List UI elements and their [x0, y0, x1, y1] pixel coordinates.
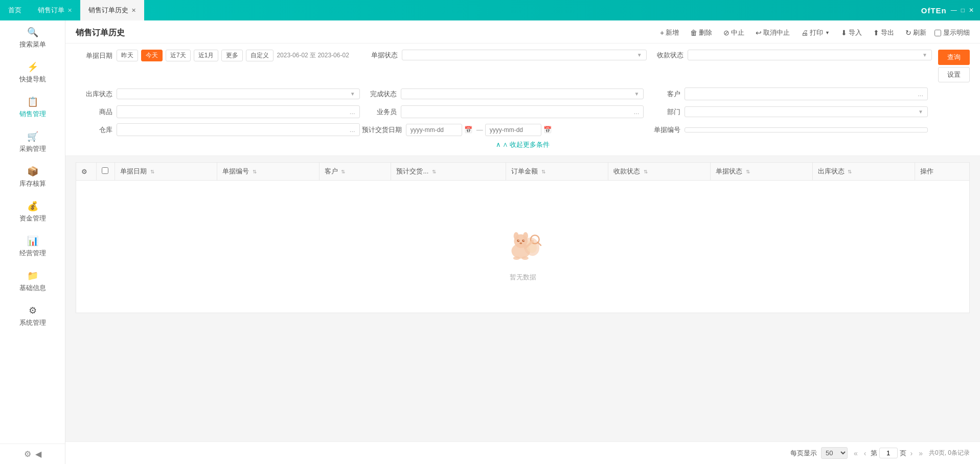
print-button[interactable]: 🖨 打印 ▼ — [798, 27, 833, 39]
select-all-checkbox[interactable] — [102, 167, 108, 174]
add-button[interactable]: + 新增 — [657, 27, 682, 39]
sidebar: 🔍 搜索菜单 ⚡ 快捷导航 📋 销售管理 🛒 采购管理 📦 库存核算 💰 资金管… — [0, 20, 65, 464]
import-button[interactable]: ⬇ 导入 — [838, 27, 865, 39]
warehouse-status-label: 出库状态 — [76, 90, 117, 99]
tab-home[interactable]: 首页 — [0, 0, 30, 20]
svg-point-2 — [513, 232, 518, 240]
tab-sales-history-close[interactable]: ✕ — [131, 7, 136, 14]
svg-point-8 — [519, 242, 522, 244]
customer-input[interactable]: ... — [685, 87, 928, 100]
sys-mgmt-icon: ⚙ — [29, 305, 37, 316]
per-page-label: 每页显示 — [790, 449, 817, 458]
maximize-btn[interactable]: □ — [961, 7, 965, 14]
sidebar-item-operations[interactable]: 📊 经营管理 — [0, 229, 65, 264]
sidebar-item-base-info[interactable]: 📁 基础信息 — [0, 264, 65, 299]
base-info-icon: 📁 — [27, 270, 38, 281]
minimize-btn[interactable]: — — [951, 7, 957, 14]
sidebar-item-sys-mgmt-label: 系统管理 — [19, 318, 46, 327]
prev-page-btn[interactable]: ‹ — [862, 448, 869, 458]
delivery-date-start[interactable] — [406, 124, 462, 136]
th-order-no[interactable]: 单据编号 ⇅ — [217, 163, 319, 181]
sidebar-item-sales-mgmt[interactable]: 📋 销售管理 — [0, 90, 65, 125]
sidebar-settings-icon[interactable]: ⚙ — [24, 449, 31, 459]
query-button[interactable]: 查询 — [938, 50, 970, 65]
th-order-status[interactable]: 单据状态 ⇅ — [710, 163, 812, 181]
per-page-select[interactable]: 50 10 20 100 — [821, 447, 848, 459]
tab-sales-history-label: 销售订单历史 — [88, 6, 128, 15]
sidebar-item-sys-mgmt[interactable]: ⚙ 系统管理 — [0, 299, 65, 334]
product-input[interactable]: ... — [117, 105, 360, 118]
svg-point-7 — [523, 240, 524, 241]
delete-button[interactable]: 🗑 删除 — [687, 27, 715, 39]
dept-arrow-icon: ▼ — [918, 109, 923, 115]
order-status-arrow-icon: ▼ — [637, 52, 642, 58]
calendar-end-icon[interactable]: 📅 — [543, 126, 552, 134]
refresh-icon: ↻ — [905, 29, 911, 37]
sidebar-item-finance-label: 资金管理 — [19, 214, 46, 223]
settings-button[interactable]: 设置 — [938, 67, 970, 82]
th-customer[interactable]: 客户 ⇅ — [319, 163, 391, 181]
date-btn-yesterday[interactable]: 昨天 — [117, 50, 138, 61]
sales-rep-input[interactable]: ... — [401, 105, 644, 118]
order-num-input[interactable] — [685, 127, 928, 132]
complete-status-arrow-icon: ▼ — [634, 91, 639, 97]
date-dash: — — [476, 126, 483, 134]
sidebar-item-inventory[interactable]: 📦 库存核算 — [0, 160, 65, 194]
sidebar-item-base-info-label: 基础信息 — [19, 283, 46, 293]
sidebar-item-purchase-mgmt[interactable]: 🛒 采购管理 — [0, 125, 65, 160]
calendar-start-icon[interactable]: 📅 — [464, 126, 472, 134]
dept-select[interactable]: ▼ — [685, 106, 928, 117]
th-delivery[interactable]: 预计交货... ⇅ — [391, 163, 506, 181]
sidebar-collapse-icon[interactable]: ◀ — [35, 449, 41, 459]
date-label: 单据日期 — [76, 51, 117, 60]
add-icon: + — [660, 29, 664, 37]
date-btn-custom[interactable]: 自定义 — [246, 50, 274, 61]
complete-status-select[interactable]: ▼ — [401, 89, 644, 99]
first-page-btn[interactable]: « — [852, 448, 860, 458]
last-page-btn[interactable]: » — [917, 448, 925, 458]
print-icon: 🖨 — [801, 29, 808, 37]
tab-sales-order[interactable]: 销售订单 ✕ — [30, 0, 80, 20]
sales-mgmt-icon: 📋 — [27, 96, 38, 107]
date-btn-1month[interactable]: 近1月 — [194, 50, 219, 61]
export-button[interactable]: ⬆ 导出 — [870, 27, 897, 39]
show-detail-checkbox[interactable] — [935, 30, 941, 36]
print-dropdown-icon: ▼ — [825, 30, 830, 35]
tab-sales-order-close[interactable]: ✕ — [67, 7, 72, 14]
delivery-date-end[interactable] — [485, 124, 541, 136]
quick-nav-icon: ⚡ — [27, 61, 38, 73]
warehouse-input[interactable]: ... — [117, 123, 360, 136]
tab-sales-history[interactable]: 销售订单历史 ✕ — [80, 0, 144, 20]
date-btn-more[interactable]: 更多 — [221, 50, 243, 61]
refresh-button[interactable]: ↻ 刷新 — [902, 27, 929, 39]
cancel-stop-button[interactable]: ↩ 取消中止 — [753, 27, 793, 39]
sort-delivery-icon: ⇅ — [432, 169, 436, 174]
th-amount[interactable]: 订单金额 ⇅ — [506, 163, 608, 181]
page-number-input[interactable] — [879, 448, 898, 458]
purchase-mgmt-icon: 🛒 — [27, 131, 38, 142]
sidebar-item-finance[interactable]: 💰 资金管理 — [0, 194, 65, 229]
sort-warehouse-icon: ⇅ — [848, 169, 852, 174]
receipt-status-select[interactable]: ▼ — [688, 50, 932, 60]
sidebar-item-search-menu[interactable]: 🔍 搜索菜单 — [0, 20, 65, 55]
tab-home-label: 首页 — [8, 6, 21, 15]
order-num-label: 单据编号 — [644, 125, 685, 135]
sidebar-item-operations-label: 经营管理 — [19, 249, 46, 258]
next-page-btn[interactable]: › — [908, 448, 915, 458]
table-settings-icon[interactable]: ⚙ — [81, 168, 87, 175]
th-checkbox[interactable] — [97, 163, 115, 181]
date-btn-7days[interactable]: 近7天 — [166, 50, 191, 61]
collapse-row[interactable]: ∧ ∧ 收起更多条件 — [76, 138, 970, 149]
th-date[interactable]: 单据日期 ⇅ — [115, 163, 217, 181]
th-receipt-status[interactable]: 收款状态 ⇅ — [608, 163, 710, 181]
customer-label: 客户 — [644, 90, 685, 99]
sidebar-item-quick-nav[interactable]: ⚡ 快捷导航 — [0, 55, 65, 90]
sort-receipt-icon: ⇅ — [644, 169, 648, 174]
warehouse-status-select[interactable]: ▼ — [117, 89, 360, 99]
order-status-select[interactable]: ▼ — [402, 50, 646, 60]
th-warehouse-status[interactable]: 出库状态 ⇅ — [812, 163, 915, 181]
stop-button[interactable]: ⊘ 中止 — [720, 27, 747, 39]
th-settings[interactable]: ⚙ — [76, 163, 97, 181]
close-btn[interactable]: ✕ — [969, 7, 974, 14]
date-btn-today[interactable]: 今天 — [141, 50, 163, 61]
